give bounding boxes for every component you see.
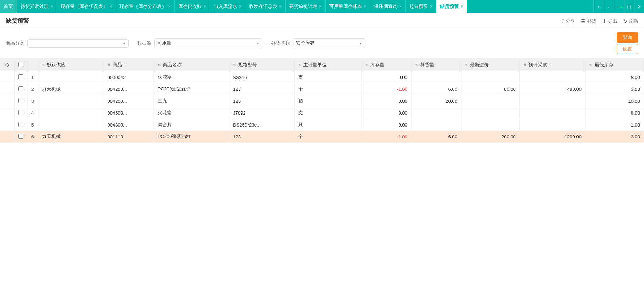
row-checkbox[interactable] bbox=[18, 98, 23, 103]
close-icon[interactable]: × bbox=[461, 4, 463, 9]
nav-tab-picking[interactable]: 拣货异常处理 × bbox=[17, 0, 57, 13]
nav-tab-overstock[interactable]: 超储预警 × bbox=[406, 0, 436, 13]
column-supplier-header[interactable]: ⇅ 默认供应... bbox=[38, 59, 104, 71]
share-button[interactable]: ⤴ 分享 bbox=[562, 18, 575, 25]
row-checkbox[interactable] bbox=[18, 122, 23, 127]
chevron-down-icon: ▾ bbox=[360, 41, 362, 46]
category-select[interactable]: ▾ bbox=[27, 39, 129, 48]
select-all-checkbox[interactable] bbox=[18, 62, 23, 67]
column-est-purchase-header[interactable]: ⇅ 预计采购... bbox=[519, 59, 585, 71]
datasource-select[interactable]: 可用量 ▾ bbox=[154, 38, 262, 48]
nav-tab-expiry[interactable]: 保质期查询 × bbox=[370, 0, 406, 13]
column-unit-header[interactable]: ⇅ 主计量单位 bbox=[294, 59, 361, 71]
row-min-stock-cell: 10.00 bbox=[585, 95, 644, 107]
close-icon[interactable]: × bbox=[399, 4, 402, 9]
nav-tab-home[interactable]: 首页 bbox=[0, 0, 17, 13]
row-unit-cell: 箱 bbox=[294, 95, 361, 107]
row-supplier-cell bbox=[38, 95, 104, 107]
replenish-base-select[interactable]: 安全库存 ▾ bbox=[293, 38, 365, 48]
row-checkbox-cell[interactable] bbox=[14, 131, 27, 143]
settings-button[interactable]: 设置 bbox=[617, 44, 638, 54]
nav-tab-shortage[interactable]: 缺货预警 × bbox=[436, 0, 467, 13]
row-checkbox-cell[interactable] bbox=[14, 83, 27, 95]
table-body: 1 0000042 火花塞 SS816 支 0.00 8.00 2 力天机械 0… bbox=[0, 71, 644, 143]
filter-bar: 商品分类 ▾ 数据源 可用量 ▾ 补货基数 安全库存 ▾ 查询 设置 bbox=[0, 28, 644, 59]
column-min-stock-header[interactable]: ⇅ 最低库存 bbox=[585, 59, 644, 71]
column-replenish-header[interactable]: ⇅ 补货量 bbox=[411, 59, 461, 71]
table-row[interactable]: 3 004200... 三九 123 箱 0.00 20.00 10.00 bbox=[0, 95, 644, 107]
row-min-stock-cell: 3.00 bbox=[585, 83, 644, 95]
row-checkbox-cell[interactable] bbox=[14, 71, 27, 83]
row-checkbox-cell[interactable] bbox=[14, 95, 27, 107]
row-gear-cell bbox=[0, 119, 14, 131]
nav-tab-requisition[interactable]: 要货单统计表 × bbox=[286, 0, 326, 13]
close-icon[interactable]: × bbox=[204, 4, 206, 9]
close-icon[interactable]: × bbox=[430, 4, 432, 9]
close-icon[interactable]: × bbox=[109, 4, 112, 9]
window-maximize-button[interactable]: □ bbox=[624, 0, 634, 13]
row-checkbox[interactable] bbox=[18, 86, 23, 91]
row-replenish-cell bbox=[411, 119, 461, 131]
table-row[interactable]: 5 004800... 离合片 DS250*23c... 只 0.00 1.00 bbox=[0, 119, 644, 131]
row-stock-cell: 0.00 bbox=[361, 71, 411, 83]
nav-arrows: ‹ › — □ × bbox=[593, 0, 644, 13]
row-est-purchase-cell bbox=[519, 71, 585, 83]
column-latest-price-header[interactable]: ⇅ 最新进价 bbox=[461, 59, 519, 71]
table-row[interactable]: 2 力天机械 004200... PC200油缸缸子 123 个 -1.00 6… bbox=[0, 83, 644, 95]
row-name-cell: 火花塞 bbox=[154, 71, 229, 83]
query-button[interactable]: 查询 bbox=[617, 32, 638, 43]
close-icon[interactable]: × bbox=[239, 4, 242, 9]
nav-tab-available[interactable]: 可用量库存账本 × bbox=[326, 0, 370, 13]
table-row[interactable]: 1 0000042 火花塞 SS816 支 0.00 8.00 bbox=[0, 71, 644, 83]
refresh-button[interactable]: ↻ 刷新 bbox=[623, 18, 638, 25]
row-stock-cell: 0.00 bbox=[361, 107, 411, 119]
nav-tab-stock1[interactable]: 现存量（库存状况表） × bbox=[57, 0, 116, 13]
row-stock-cell: -1.00 bbox=[361, 83, 411, 95]
row-checkbox[interactable] bbox=[18, 134, 23, 139]
export-button[interactable]: ⬇ 导出 bbox=[602, 18, 617, 25]
nav-prev-button[interactable]: ‹ bbox=[593, 0, 604, 13]
row-est-purchase-cell: 1200.00 bbox=[519, 131, 585, 143]
column-settings-header[interactable]: ⚙ bbox=[0, 59, 14, 71]
row-checkbox[interactable] bbox=[18, 110, 23, 115]
row-est-purchase-cell bbox=[519, 95, 585, 107]
row-gear-cell bbox=[0, 71, 14, 83]
close-icon[interactable]: × bbox=[319, 4, 322, 9]
datasource-filter-group: 数据源 可用量 ▾ bbox=[137, 38, 262, 48]
nav-next-button[interactable]: › bbox=[604, 0, 614, 13]
row-code-cell: 004200... bbox=[104, 83, 154, 95]
row-checkbox[interactable] bbox=[18, 74, 23, 79]
close-icon[interactable]: × bbox=[279, 4, 282, 9]
nav-tab-stock2[interactable]: 现存量（库存分布表） × bbox=[116, 0, 175, 13]
row-checkbox-cell[interactable] bbox=[14, 119, 27, 131]
shortage-table: ⚙ ⇅ 默认供应... ⇅ 商品... ⇅ 商品名称 bbox=[0, 59, 644, 143]
column-spec-header[interactable]: ⇅ 规格型号 bbox=[229, 59, 295, 71]
sort-icon: ⇅ bbox=[415, 63, 418, 67]
nav-tab-flow[interactable]: 出入库流水 × bbox=[210, 0, 245, 13]
window-close-button[interactable]: × bbox=[634, 0, 644, 13]
nav-tab-summary[interactable]: 收发存汇总表 × bbox=[245, 0, 286, 13]
column-name-header[interactable]: ⇅ 商品名称 bbox=[154, 59, 229, 71]
row-latest-price-cell bbox=[461, 119, 519, 131]
row-name-cell: PC200油缸缸子 bbox=[154, 83, 229, 95]
close-icon[interactable]: × bbox=[51, 4, 53, 9]
row-code-cell: 004600... bbox=[104, 107, 154, 119]
replenish-button[interactable]: ☰ 补货 bbox=[581, 18, 596, 25]
action-btn-group: 查询 设置 bbox=[617, 32, 638, 54]
close-icon[interactable]: × bbox=[168, 4, 171, 9]
sort-icon: ⇅ bbox=[523, 63, 526, 67]
row-spec-cell: 123 bbox=[229, 83, 295, 95]
close-icon[interactable]: × bbox=[364, 4, 366, 9]
column-code-header[interactable]: ⇅ 商品... bbox=[104, 59, 154, 71]
row-replenish-cell: 6.00 bbox=[411, 83, 461, 95]
row-checkbox-cell[interactable] bbox=[14, 107, 27, 119]
table-row[interactable]: 6 力天机械 801110... PC200张紧油缸 123 个 -1.00 6… bbox=[0, 131, 644, 143]
nav-tab-batch[interactable]: 库存批次账 × bbox=[175, 0, 210, 13]
row-unit-cell: 支 bbox=[294, 71, 361, 83]
column-stock-header[interactable]: ⇅ 库存量 bbox=[361, 59, 411, 71]
row-replenish-cell: 20.00 bbox=[411, 95, 461, 107]
table-row[interactable]: 4 004600... 火花塞 J7092 支 0.00 8.00 bbox=[0, 107, 644, 119]
row-spec-cell: DS250*23c... bbox=[229, 119, 295, 131]
window-minimize-button[interactable]: — bbox=[614, 0, 624, 13]
row-est-purchase-cell bbox=[519, 107, 585, 119]
